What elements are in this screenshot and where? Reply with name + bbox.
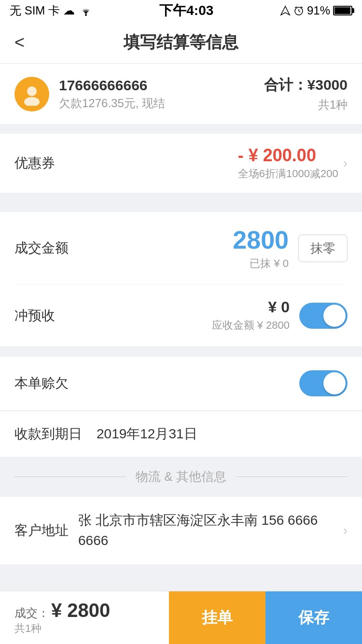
- customer-section: 17666666666 欠款1276.35元, 现结 合计：¥3000 共1种: [0, 64, 362, 124]
- battery-percent: 91%: [307, 4, 330, 17]
- amount-value: 2800: [233, 225, 289, 254]
- nav-bar: < 填写结算等信息: [0, 21, 362, 64]
- amount-row: 成交金额 2800 已抹 ¥ 0 抹零: [14, 212, 348, 285]
- location-icon: [280, 5, 291, 16]
- divider-line-left: [14, 476, 126, 477]
- back-button[interactable]: <: [14, 32, 43, 53]
- debt-toggle[interactable]: [299, 370, 348, 396]
- main-content: 17666666666 欠款1276.35元, 现结 合计：¥3000 共1种 …: [0, 64, 362, 644]
- precharge-amount: ¥ 0: [212, 298, 290, 316]
- precharge-label: 冲预收: [14, 307, 55, 325]
- wifi-icon: [79, 5, 93, 16]
- hang-button[interactable]: 挂单: [169, 591, 265, 644]
- debt-section: 本单赊欠: [0, 357, 362, 410]
- divider-line-right: [236, 476, 348, 477]
- precharge-receivable: 应收金额 ¥ 2800: [212, 318, 290, 333]
- total-count: 共1种: [264, 97, 348, 112]
- section-divider-1: [0, 202, 362, 212]
- save-button[interactable]: 保存: [265, 591, 362, 644]
- status-time: 下午4:03: [159, 1, 213, 20]
- section-divider-2: [0, 347, 362, 357]
- coupon-label: 优惠券: [14, 154, 55, 172]
- coupon-discount: - ¥ 200.00: [238, 145, 338, 166]
- duedate-section: 收款到期日 2019年12月31日: [0, 411, 362, 457]
- coupon-right: - ¥ 200.00 全场6折满1000减200 ›: [238, 145, 348, 181]
- svg-point-0: [85, 14, 87, 16]
- address-chevron-icon: ›: [343, 523, 348, 538]
- customer-debt: 欠款1276.35元, 现结: [59, 96, 165, 111]
- address-label: 客户地址: [14, 521, 69, 540]
- coupon-desc: 全场6折满1000减200: [238, 167, 338, 181]
- address-value: 张 北京市市辖区海淀区永丰南 156 6666 6666: [78, 510, 334, 551]
- status-right: 91%: [280, 4, 352, 17]
- duedate-label: 收款到期日: [14, 425, 82, 443]
- avatar: [14, 77, 49, 112]
- svg-point-7: [24, 97, 40, 106]
- coupon-section[interactable]: 优惠券 - ¥ 200.00 全场6折满1000减200 ›: [0, 134, 362, 193]
- customer-left: 17666666666 欠款1276.35元, 现结: [14, 77, 165, 112]
- precharge-value-wrap: ¥ 0 应收金额 ¥ 2800: [212, 298, 290, 333]
- svg-point-6: [27, 86, 37, 96]
- precharge-right: ¥ 0 应收金额 ¥ 2800: [212, 298, 348, 333]
- status-bar: 无 SIM 卡 ☁ 下午4:03 91%: [0, 0, 362, 21]
- customer-phone: 17666666666: [59, 77, 165, 94]
- amount-sub: 已抹 ¥ 0: [233, 256, 289, 271]
- logistics-label: 物流 & 其他信息: [136, 468, 226, 485]
- customer-right: 合计：¥3000 共1种: [264, 75, 348, 112]
- amount-label: 成交金额: [14, 239, 69, 257]
- toggle-circle: [323, 305, 346, 327]
- duedate-value: 2019年12月31日: [97, 425, 197, 443]
- bottom-deal-label: 成交：: [14, 605, 49, 621]
- precharge-row: 冲预收 ¥ 0 应收金额 ¥ 2800: [14, 285, 348, 346]
- bottom-count: 共1种: [14, 621, 154, 636]
- amount-section: 成交金额 2800 已抹 ¥ 0 抹零 冲预收 ¥ 0 应收金额 ¥ 2800: [0, 212, 362, 346]
- coupon-chevron-icon: ›: [343, 155, 348, 171]
- precharge-toggle[interactable]: [299, 303, 348, 329]
- amount-right: 2800 已抹 ¥ 0 抹零: [233, 225, 348, 271]
- debt-label: 本单赊欠: [14, 374, 69, 392]
- alarm-icon: [293, 5, 304, 16]
- address-section[interactable]: 客户地址 张 北京市市辖区海淀区永丰南 156 6666 6666 ›: [0, 497, 362, 564]
- bottom-bar: 成交： ¥ 2800 共1种 挂单 保存: [0, 591, 362, 644]
- logistics-divider: 物流 & 其他信息: [0, 457, 362, 497]
- status-left: 无 SIM 卡 ☁: [10, 3, 93, 18]
- battery-icon: [333, 6, 352, 15]
- total-amount: 合计：¥3000: [264, 75, 348, 95]
- bottom-info: 成交： ¥ 2800 共1种: [0, 600, 169, 636]
- bottom-amount: ¥ 2800: [51, 600, 110, 621]
- svg-line-3: [299, 11, 300, 12]
- customer-info: 17666666666 欠款1276.35元, 现结: [59, 77, 165, 111]
- page-title: 填写结算等信息: [124, 31, 238, 54]
- round-button[interactable]: 抹零: [298, 235, 348, 262]
- sim-label: 无 SIM 卡 ☁: [10, 3, 75, 18]
- debt-toggle-circle: [323, 372, 346, 394]
